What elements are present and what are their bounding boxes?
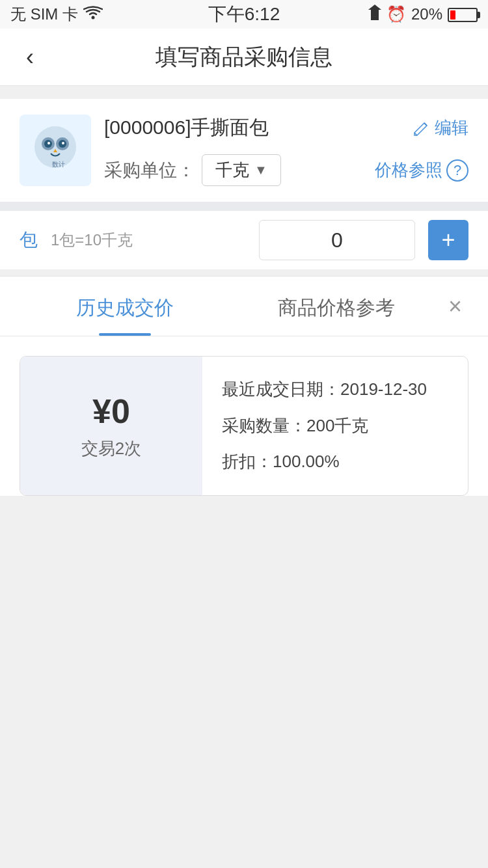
product-title: [0000006]手撕面包 [104,115,269,141]
product-title-row: [0000006]手撕面包 编辑 [104,115,468,141]
tabs-row: 历史成交价 商品价格参考 × [0,277,488,336]
alarm-icon: ⏰ [386,5,406,23]
tab1-label: 历史成交价 [76,297,174,318]
price-ref-label: 价格参照 [375,159,442,182]
price-card-right: 最近成交日期：2019-12-30 采购数量：200千克 折扣：100.00% [202,357,468,495]
nav-bar: ‹ 填写商品采购信息 [0,29,488,86]
price-value: 0 [111,392,130,430]
product-logo-icon: 数计 [33,124,78,177]
battery-icon [448,5,478,23]
purchase-qty-value: 200千克 [306,416,368,435]
unit-select[interactable]: 千克 ▼ [202,154,281,186]
help-text: ? [454,162,461,179]
product-header: 数计 [0000006]手撕面包 编辑 采购单位： 千克 ▼ [20,115,468,186]
discount-value: 100.00% [273,452,340,471]
tab2-label: 商品价格参考 [278,297,395,318]
svg-point-6 [47,142,50,144]
purchase-qty-row: 采购数量：200千克 [222,413,448,440]
status-right: ⏰ 20% [368,5,478,24]
tab-history-price[interactable]: 历史成交价 [20,277,230,336]
recent-date-row: 最近成交日期：2019-12-30 [222,376,448,403]
recent-date-value: 2019-12-30 [340,379,427,399]
quantity-plus-button[interactable]: + [428,220,468,260]
wifi-icon [83,5,103,23]
product-image: 数计 [20,115,91,186]
purchase-qty-label: 采购数量： [222,416,306,435]
close-button[interactable]: × [442,286,468,327]
unit-value: 千克 [215,159,249,182]
discount-row: 折扣：100.00% [222,448,448,476]
recent-date-label: 最近成交日期： [222,379,340,399]
status-bar: 无 SIM 卡 下午6:12 ⏰ 20% [0,0,488,29]
tab-underline [99,333,151,336]
tab-product-price-ref[interactable]: 商品价格参考 [230,277,441,336]
product-card: 数计 [0000006]手撕面包 编辑 采购单位： 千克 ▼ [0,99,488,202]
back-button[interactable]: ‹ [20,37,40,77]
price-card-left: ¥0 交易2次 [20,357,202,495]
unit-row: 采购单位： 千克 ▼ 价格参照 ? [104,154,468,186]
quantity-value: 0 [331,228,343,252]
svg-point-0 [92,16,95,20]
price-ref-button[interactable]: 价格参照 ? [375,159,468,182]
price-card: ¥0 交易2次 最近成交日期：2019-12-30 采购数量：200千克 折扣：… [20,356,468,496]
plus-icon: + [441,226,455,254]
quantity-conversion: 1包=10千克 [51,230,246,251]
bottom-panel: 历史成交价 商品价格参考 × ¥0 交易2次 最近成交日期：2019-12-30… [0,276,488,496]
unit-label: 采购单位： [104,158,195,183]
carrier-text: 无 SIM 卡 [10,4,78,25]
battery-text: 20% [411,5,442,23]
divider [0,202,488,211]
main-background [0,515,488,868]
quantity-row: 包 1包=10千克 0 + [0,211,488,269]
svg-point-7 [62,142,64,144]
unit-dropdown-icon: ▼ [254,163,267,178]
location-icon [368,5,381,24]
product-info: [0000006]手撕面包 编辑 采购单位： 千克 ▼ 价格参照 [104,115,468,186]
edit-button[interactable]: 编辑 [413,116,468,139]
trades-label: 交易2次 [81,437,141,460]
discount-label: 折扣： [222,452,273,471]
price-amount: ¥0 [92,392,130,431]
page-title: 填写商品采购信息 [156,42,332,72]
currency-symbol: ¥ [92,392,111,430]
help-icon[interactable]: ? [446,159,468,182]
svg-text:数计: 数计 [52,161,65,168]
status-time: 下午6:12 [208,2,280,27]
quantity-input[interactable]: 0 [259,220,415,260]
edit-label: 编辑 [435,116,468,139]
quantity-unit-name: 包 [20,228,38,252]
status-left: 无 SIM 卡 [10,4,103,25]
